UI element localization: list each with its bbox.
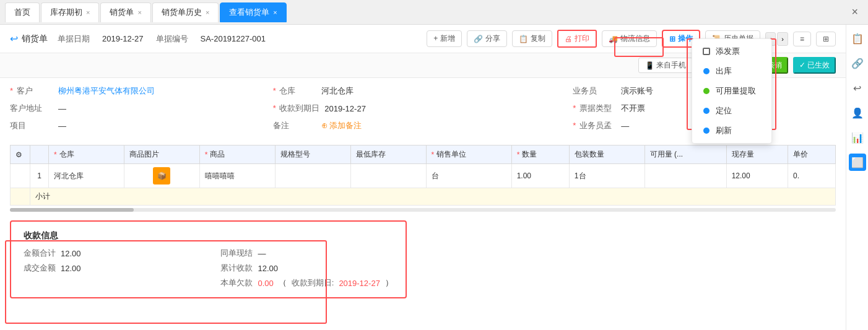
current-due-label: 本单欠款 (220, 277, 253, 289)
same-order-label: 同单现结 (220, 248, 253, 259)
due-date-paren2: ） (385, 277, 393, 289)
refresh-icon (702, 126, 711, 135)
note-field: 备注 ⊕ 添加备注 (273, 120, 536, 131)
payment-date-value: 2019-12-27 (319, 104, 371, 113)
dropdown-available[interactable]: 可用量提取 (692, 81, 771, 101)
dropdown-locate[interactable]: 定位 (692, 101, 771, 121)
phone-icon: 📱 (645, 61, 654, 70)
table-scroll[interactable]: ⚙ *仓库 商品图片 *商品 (10, 145, 836, 213)
tab-history-close[interactable]: × (206, 9, 209, 16)
row-settings (11, 164, 30, 188)
address-field: 客户地址 — (10, 103, 273, 114)
sidebar-icon-3[interactable]: ↩ (849, 79, 866, 97)
settings-icon[interactable]: ⚙ (15, 150, 22, 159)
number-label: 单据编号 (156, 33, 188, 45)
payment-date-label: * 收款到期日 (273, 103, 320, 114)
th-warehouse: *仓库 (49, 145, 124, 164)
next-button[interactable]: › (777, 32, 788, 46)
locate-icon (702, 106, 711, 115)
total-amount-label: 金额合计 (24, 248, 56, 259)
dropdown-refresh[interactable]: 刷新 (692, 121, 771, 141)
product-image: 📦 (153, 167, 170, 185)
table-header-row: ⚙ *仓库 商品图片 *商品 (11, 145, 836, 164)
tab-sales-close[interactable]: × (137, 9, 141, 16)
from-phone-button[interactable]: 📱 来自手机 (638, 58, 693, 73)
table-row: 1 河北仓库 📦 嘻嘻嘻嘻 台 1.00 1台 (11, 164, 836, 188)
row-warehouse: 河北仓库 (49, 164, 124, 188)
dropdown-menu: 添发票 出库 可用量提取 定位 刷新 (692, 38, 772, 144)
ops-icon: ⊞ (669, 35, 675, 43)
transaction-item: 成交金额 12.00 (24, 263, 196, 274)
sidebar-icon-4[interactable]: 👤 (849, 104, 866, 121)
copy-button[interactable]: 📋 复制 (512, 30, 552, 47)
date-value: 2019-12-27 (102, 34, 144, 43)
th-image: 商品图片 (124, 145, 199, 164)
ticket-type-value: 不开票 (616, 103, 650, 114)
same-order-item: 同单现结 — (220, 248, 393, 259)
row-available (644, 164, 726, 188)
th-pack-qty: 包装数量 (569, 145, 644, 164)
sidebar-icon-5[interactable]: 📊 (849, 129, 866, 146)
add-icon: ⊕ (321, 121, 328, 130)
row-pack-qty: 1台 (569, 164, 644, 188)
available-icon (702, 87, 711, 95)
current-due-value: 0.00 (258, 279, 273, 288)
th-stock: 现存量 (726, 145, 788, 164)
doc-type-icon: ↩ (10, 33, 18, 45)
th-unit-price: 单价 (788, 145, 836, 164)
logistics-button[interactable]: 🚚 物流信息 (602, 30, 657, 47)
project-value: — (53, 121, 71, 131)
scroll-thumb[interactable] (10, 208, 134, 212)
outbound-icon (702, 67, 711, 76)
tab-sales-history[interactable]: 销货单历史 × (152, 2, 219, 22)
customer-value[interactable]: 柳州粤港平安气体有限公司 (53, 85, 160, 97)
tab-view-label: 查看销货单 (229, 7, 269, 18)
subtotal-settings (11, 188, 30, 206)
salesperson-label: 业务员 (573, 85, 616, 97)
new-button[interactable]: + 新增 (427, 30, 461, 47)
tab-inventory-init[interactable]: 库存期初 × (41, 2, 99, 22)
th-spec: 规格型号 (275, 145, 350, 164)
th-unit: *销售单位 (426, 145, 511, 164)
tab-history-label: 销货单历史 (162, 7, 202, 18)
dropdown-add-invoice[interactable]: 添发票 (692, 41, 771, 61)
dropdown-outbound[interactable]: 出库 (692, 61, 771, 81)
note-label: 备注 (273, 120, 316, 131)
effective-button[interactable]: ✓ 已生效 (793, 57, 836, 74)
tab-home-label: 首页 (14, 7, 30, 18)
due-date-paren: （ (279, 277, 287, 289)
subtotal-label: 小计 (30, 188, 836, 206)
scroll-bar-container[interactable] (10, 208, 836, 212)
row-product: 嘻嘻嘻嘻 (199, 164, 275, 188)
tab-view-sales[interactable]: 查看销货单 × (220, 2, 286, 22)
row-unit-price: 0. (788, 164, 836, 188)
sidebar-icon-6[interactable]: ⬜ (849, 154, 866, 171)
tab-home[interactable]: 首页 (5, 2, 40, 22)
effective-icon: ✓ (799, 61, 805, 69)
transaction-value: 12.00 (61, 264, 81, 273)
project-label: 项目 (10, 120, 53, 131)
tab-inventory-label: 库存期初 (50, 7, 82, 18)
salesperson2-label: * 业务员孟 (573, 120, 616, 131)
cumulative-label: 累计收款 (220, 263, 253, 274)
share-button[interactable]: 🔗 分享 (467, 30, 507, 47)
th-product: *商品 (199, 145, 275, 164)
tab-inventory-close[interactable]: × (86, 9, 90, 16)
tab-view-close[interactable]: × (273, 9, 277, 16)
view-toggle-list[interactable]: ≡ (793, 32, 811, 46)
print-icon: 🖨 (565, 35, 572, 43)
window-close-button[interactable]: × (846, 6, 863, 19)
print-button[interactable]: 🖨 打印 (557, 30, 597, 48)
tab-sales-label: 销货单 (110, 7, 134, 18)
number-value: SA-20191227-001 (201, 34, 266, 43)
sidebar-icon-2[interactable]: 🔗 (849, 54, 866, 72)
sidebar-icon-1[interactable]: 📋 (849, 30, 866, 47)
salesperson2-value: — (616, 121, 634, 131)
note-add-btn[interactable]: ⊕ 添加备注 (316, 120, 367, 131)
view-toggle-grid[interactable]: ⊞ (816, 32, 836, 46)
due-date-label: 收款到期日: (292, 277, 334, 289)
payment-date-field: * 收款到期日 2019-12-27 (273, 103, 536, 114)
logistics-icon: 🚚 (609, 35, 618, 43)
date-label: 单据日期 (58, 33, 90, 45)
tab-sales-order[interactable]: 销货单 × (100, 2, 150, 22)
